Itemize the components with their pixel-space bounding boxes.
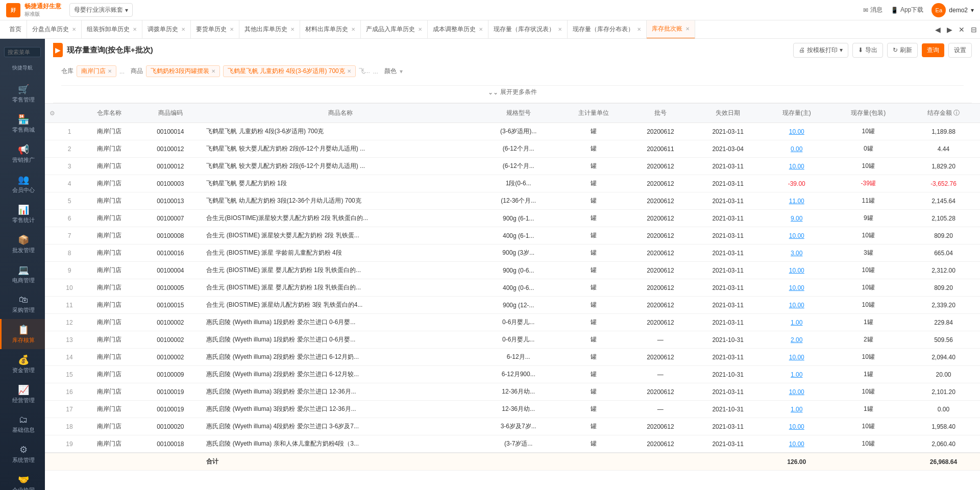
td-stock-main[interactable]: 0.00 bbox=[764, 140, 830, 158]
close-icon[interactable]: ✕ bbox=[72, 27, 76, 32]
product-tag-2[interactable]: 飞鹤星飞帆 儿童奶粉 4段(3-6岁适用) 700克 ✕ bbox=[223, 65, 356, 77]
tab-nav-right[interactable]: ▶ bbox=[944, 26, 955, 34]
td-name: 合生元(BIOSTIME)派星较大婴儿配方奶粉 2段 乳铁蛋白的... bbox=[202, 210, 478, 227]
tab-nav-left[interactable]: ◀ bbox=[932, 26, 944, 34]
app-download-btn[interactable]: 📱 App下载 bbox=[891, 6, 923, 14]
remove-warehouse-icon[interactable]: ✕ bbox=[108, 68, 112, 74]
close-icon[interactable]: ✕ bbox=[133, 27, 137, 32]
tab-mix[interactable]: 调拨单历史 ✕ bbox=[142, 20, 191, 39]
td-stock-main[interactable]: 10.00 bbox=[764, 227, 830, 244]
tab-stock-status[interactable]: 现存量（库存状况表） ✕ bbox=[488, 20, 568, 39]
td-spec: 3-6岁及7岁... bbox=[478, 418, 558, 435]
td-stock-main[interactable]: 10.00 bbox=[764, 383, 830, 401]
tab-disassemble[interactable]: 组装拆卸单历史 ✕ bbox=[82, 20, 142, 39]
tab-home[interactable]: 首页 bbox=[4, 20, 27, 39]
tab-cost-adj[interactable]: 成本调整单历史 ✕ bbox=[428, 20, 488, 39]
expand-more-btn[interactable]: ⌄⌄ 展开更多条件 bbox=[61, 85, 964, 99]
messages-btn[interactable]: ✉ 消息 bbox=[863, 6, 883, 14]
sidebar-item-inventory[interactable]: 📋 库存核算 bbox=[0, 319, 45, 349]
warehouse-more[interactable]: ... bbox=[119, 68, 125, 75]
settings-btn[interactable]: 设置 bbox=[948, 43, 972, 58]
close-icon[interactable]: ✕ bbox=[290, 27, 295, 32]
tab-material-out[interactable]: 材料出库单历史 ✕ bbox=[300, 20, 361, 39]
sidebar-item-finance[interactable]: 💰 资金管理 bbox=[0, 349, 45, 379]
query-btn[interactable]: 查询 bbox=[922, 43, 944, 57]
th-settings[interactable]: ⚙ bbox=[45, 104, 59, 123]
close-icon[interactable]: ✕ bbox=[479, 27, 483, 32]
sidebar-item-retail-shop[interactable]: 🏪 零售商城 bbox=[0, 109, 45, 139]
td-stock-main[interactable]: 11.00 bbox=[764, 192, 830, 210]
td-stock-main[interactable]: 10.00 bbox=[764, 349, 830, 366]
td-stock-main[interactable]: 10.00 bbox=[764, 123, 830, 140]
td-stock-main[interactable]: 10.00 bbox=[764, 279, 830, 297]
td-balance: 809.20 bbox=[907, 279, 980, 297]
td-stock-main[interactable]: 10.00 bbox=[764, 262, 830, 279]
sidebar-item-member[interactable]: 👥 会员中心 bbox=[0, 169, 45, 199]
sidebar-item-basic-info[interactable]: 🗂 基础信息 bbox=[0, 409, 45, 439]
finance-icon: 💰 bbox=[18, 354, 29, 365]
td-stock-main[interactable]: 10.00 bbox=[764, 435, 830, 453]
tab-batch-check[interactable]: 库存批次账 ✕ bbox=[647, 20, 695, 39]
expand-sidebar-btn[interactable]: ▶ bbox=[53, 43, 63, 57]
sidebar-item-enterprise[interactable]: 🤝 企业协同 bbox=[0, 469, 45, 490]
td-stock-main[interactable]: 1.00 bbox=[764, 366, 830, 383]
remove-product1-icon[interactable]: ✕ bbox=[211, 68, 215, 74]
td-balance: 229.84 bbox=[907, 314, 980, 331]
close-icon[interactable]: ✕ bbox=[418, 27, 422, 32]
td-settings bbox=[45, 366, 59, 383]
sys-icon: ⚙ bbox=[19, 444, 28, 455]
user-area[interactable]: Ea demo2 ▾ bbox=[932, 3, 974, 17]
td-balance: 2,339.20 bbox=[907, 297, 980, 314]
td-settings bbox=[45, 279, 59, 297]
close-icon[interactable]: ✕ bbox=[351, 27, 355, 32]
sidebar-item-ecommerce[interactable]: 💻 电商管理 bbox=[0, 259, 45, 289]
summary-stock-main: 126.00 bbox=[764, 453, 830, 471]
tab-other-out[interactable]: 其他出库单历史 ✕ bbox=[239, 20, 300, 39]
td-stock-main[interactable]: 10.00 bbox=[764, 297, 830, 314]
table-container[interactable]: ⚙ 仓库名称 商品编码 商品名称 规格型号 主计量单位 批号 失效日期 现存量(… bbox=[45, 104, 980, 490]
td-expiry: 2021-03-11 bbox=[692, 383, 763, 401]
td-stock-pkg: 10罐 bbox=[830, 383, 907, 401]
account-selector[interactable]: 母婴行业演示账套 ▾ bbox=[69, 3, 133, 17]
tab-more-menu[interactable]: ⊟ bbox=[968, 26, 980, 34]
sidebar-item-sys-mgmt[interactable]: ⚙ 系统管理 bbox=[0, 439, 45, 469]
product-tag-1[interactable]: 飞鹤奶粉3段丙罐摆装 ✕ bbox=[146, 65, 220, 77]
refresh-btn[interactable]: ↻ 刷新 bbox=[887, 43, 918, 58]
td-name: 惠氏启陵 (Wyeth illuma) 2段奶粉 爱尔兰进口 6-12月较... bbox=[202, 366, 478, 383]
close-icon[interactable]: ✕ bbox=[685, 26, 690, 32]
close-icon[interactable]: ✕ bbox=[558, 27, 562, 32]
sidebar-item-purchase[interactable]: 🛍 采购管理 bbox=[0, 289, 45, 319]
td-stock-main[interactable]: -39.00 bbox=[764, 175, 830, 192]
sidebar-item-operations[interactable]: 📈 经营管理 bbox=[0, 379, 45, 409]
sidebar-item-marketing[interactable]: 📢 营销推广 bbox=[0, 139, 45, 169]
search-input[interactable] bbox=[4, 47, 41, 57]
td-stock-main[interactable]: 9.00 bbox=[764, 210, 830, 227]
remove-product2-icon[interactable]: ✕ bbox=[347, 68, 351, 74]
tab-stock-dist[interactable]: 现存量（库存分布表） ✕ bbox=[568, 20, 647, 39]
color-dropdown-icon[interactable]: ▾ bbox=[400, 68, 403, 75]
tab-require[interactable]: 要货单历史 ✕ bbox=[191, 20, 239, 39]
export-btn[interactable]: ⬇ 导出 bbox=[852, 43, 883, 58]
product-more[interactable]: 飞... bbox=[359, 67, 370, 76]
tab-product-in[interactable]: 产成品入库单历史 ✕ bbox=[361, 20, 428, 39]
td-stock-main[interactable]: 1.00 bbox=[764, 314, 830, 331]
th-balance: 结存金额 ⓘ bbox=[907, 104, 980, 123]
td-stock-main[interactable]: 2.00 bbox=[764, 331, 830, 349]
td-stock-main[interactable]: 3.00 bbox=[764, 244, 830, 262]
close-icon[interactable]: ✕ bbox=[230, 27, 234, 32]
td-warehouse: 南岸门店 bbox=[80, 262, 138, 279]
td-stock-main[interactable]: 10.00 bbox=[764, 418, 830, 435]
table-row: 4 南岸门店 00100003 飞鹤星飞帆 婴儿配方奶粉 1段 1段(0-6..… bbox=[45, 175, 980, 192]
print-btn[interactable]: 🖨 按模板打印 ▾ bbox=[793, 43, 848, 58]
tab-split[interactable]: 分盘点单历史 ✕ bbox=[27, 20, 82, 39]
th-seq bbox=[59, 104, 80, 123]
warehouse-tag[interactable]: 南岸门店 ✕ bbox=[77, 65, 116, 77]
tab-close-current[interactable]: ✕ bbox=[955, 26, 968, 34]
td-stock-main[interactable]: 10.00 bbox=[764, 158, 830, 175]
sidebar-item-wholesale[interactable]: 📦 批发管理 bbox=[0, 229, 45, 259]
sidebar-item-retail-stats[interactable]: 📊 零售统计 bbox=[0, 199, 45, 229]
td-stock-main[interactable]: 1.00 bbox=[764, 401, 830, 418]
close-icon[interactable]: ✕ bbox=[181, 27, 185, 32]
close-icon[interactable]: ✕ bbox=[637, 27, 641, 32]
sidebar-item-retail-mgmt[interactable]: 🛒 零售管理 bbox=[0, 79, 45, 109]
